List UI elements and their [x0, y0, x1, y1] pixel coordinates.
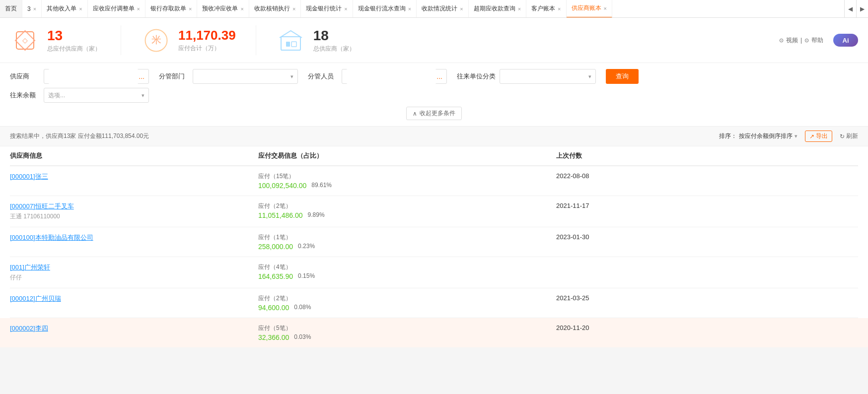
category-select[interactable]: ▾: [500, 69, 596, 84]
nav-arrows: ◀ ▶: [844, 0, 868, 18]
supplier-dots-icon[interactable]: ...: [139, 72, 145, 80]
ai-label: Ai: [843, 37, 849, 44]
tx-info: 应付（15笔） 100,092,540.00 89.61%: [258, 172, 556, 190]
nav-next-arrow[interactable]: ▶: [856, 0, 868, 18]
nav-home[interactable]: 首页: [0, 0, 22, 18]
tx-info: 应付（5笔） 32,366.00 0.03%: [258, 324, 556, 341]
last-pay-date: 2021-03-25: [556, 294, 858, 302]
svg-text:米: 米: [151, 34, 161, 45]
dept-select[interactable]: ▾: [193, 69, 298, 84]
supplier-link[interactable]: [001]广州荣轩: [10, 263, 50, 271]
person-input[interactable]: [346, 69, 436, 84]
table-row: [000007]恒旺二手叉车 王通 17106110000 应付（2笔） 11,…: [10, 196, 858, 227]
video-link[interactable]: 视频: [786, 36, 798, 45]
filter-balance: 往来余额 选项... ▾: [10, 88, 149, 103]
nav-cash-flow-query[interactable]: 现金银行流水查询 ×: [353, 0, 417, 18]
col-header-lastpay: 上次付数: [556, 151, 858, 160]
nav-ar-ap-adjust[interactable]: 应收应付调整单 ×: [88, 0, 145, 18]
results-bar: 搜索结果中，供应商13家 应付金额111,703,854.00元 排序： 按应付…: [0, 127, 868, 146]
supplier-link[interactable]: [000007]恒旺二手叉车: [10, 202, 74, 210]
supplier-link[interactable]: [000002]李四: [10, 325, 48, 332]
filter-row-1: 供应商 ... 分管部门 ▾ 分管人员 ... 往来单位分类: [10, 69, 858, 84]
close-icon[interactable]: ×: [518, 6, 521, 12]
close-icon[interactable]: ×: [240, 6, 243, 12]
help-links: ⊙ 视频 | ⊙ 帮助 Ai: [779, 34, 858, 47]
search-button[interactable]: 查询: [606, 69, 639, 84]
nav-customer-ledger[interactable]: 客户账本 ×: [526, 0, 566, 18]
close-icon[interactable]: ×: [344, 6, 347, 12]
refresh-button[interactable]: ↻ 刷新: [840, 132, 858, 140]
summary-info-payable-total: 11,170.39 应付合计（万）: [178, 28, 236, 53]
supplier-link[interactable]: [000001]张三: [10, 173, 48, 180]
summary-bar: ◇ 13 总应付供应商（家） 米 11,170.39 应付合计（万）: [0, 18, 868, 63]
help-link[interactable]: 帮助: [811, 36, 823, 45]
supplier-info: [000012]广州贝瑞: [10, 294, 258, 303]
filter-supplier: 供应商 ...: [10, 69, 149, 84]
nav-tab-3[interactable]: 3 ×: [22, 0, 42, 18]
balance-select[interactable]: 选项... ▾: [44, 88, 149, 103]
last-pay-date: 2022-08-08: [556, 172, 858, 180]
summary-card-total-suppliers: 18 总供应商（家）: [276, 25, 375, 55]
table-row: [001]广州荣轩 仔仔 应付（4笔） 164,635.90 0.15%: [10, 257, 858, 288]
nav-supplier-ledger[interactable]: 供应商账本 ×: [567, 0, 612, 18]
close-icon[interactable]: ×: [79, 6, 82, 12]
payable-suppliers-label: 总应付供应商（家）: [47, 45, 101, 53]
chevron-down-icon: ▾: [142, 92, 145, 99]
close-icon[interactable]: ×: [460, 6, 463, 12]
svg-text:◇: ◇: [22, 36, 28, 44]
tx-info: 应付（4笔） 164,635.90 0.15%: [258, 263, 556, 280]
ai-button[interactable]: Ai: [833, 34, 858, 47]
last-pay-date: 2021-11-17: [556, 202, 858, 209]
store-icon: [276, 25, 306, 55]
total-suppliers-label: 总供应商（家）: [313, 45, 355, 53]
supplier-info: [000001]张三: [10, 172, 258, 181]
balance-label: 往来余额: [10, 91, 40, 100]
sort-select[interactable]: 排序： 按应付余额倒序排序 ▾: [719, 132, 797, 140]
payable-total-label: 应付合计（万）: [178, 44, 236, 53]
results-summary: 搜索结果中，供应商13家 应付金额111,703,854.00元: [10, 132, 149, 140]
top-navigation: 首页 3 × 其他收入单 × 应收应付调整单 × 银行存取款单 × 预收冲应收单…: [0, 0, 868, 18]
nav-other-income[interactable]: 其他收入单 ×: [42, 0, 87, 18]
svg-rect-5: [286, 42, 290, 47]
close-icon[interactable]: ×: [292, 6, 295, 12]
filter-person: 分管人员 ...: [308, 69, 447, 84]
col-header-supplier: 供应商信息: [10, 151, 258, 160]
table-row: [000002]李四 应付（5笔） 32,366.00 0.03% 2020-1…: [0, 318, 868, 347]
table-row: [000012]广州贝瑞 应付（2笔） 94,600.00 0.08% 2021…: [10, 288, 858, 318]
close-icon[interactable]: ×: [558, 6, 561, 12]
supplier-link[interactable]: [000100]本特勤油品有限公司: [10, 234, 93, 241]
nav-bank-deposit[interactable]: 银行存取款单 ×: [145, 0, 197, 18]
summary-card-payable-total: 米 11,170.39 应付合计（万）: [141, 25, 256, 55]
table-row: [000100]本特勤油品有限公司 应付（1笔） 258,000.00 0.23…: [10, 227, 858, 257]
collapse-button[interactable]: ∧ 收起更多条件: [406, 107, 462, 120]
close-icon[interactable]: ×: [137, 6, 140, 12]
payable-suppliers-count: 13: [47, 27, 101, 44]
table-row: [000001]张三 应付（15笔） 100,092,540.00 89.61%…: [10, 166, 858, 196]
nav-prev-arrow[interactable]: ◀: [844, 0, 856, 18]
supplier-link[interactable]: [000012]广州贝瑞: [10, 295, 61, 302]
tx-info: 应付（1笔） 258,000.00 0.23%: [258, 233, 556, 251]
close-icon[interactable]: ×: [604, 5, 607, 11]
person-dots-icon[interactable]: ...: [436, 72, 442, 80]
data-table: 供应商信息 应付交易信息（占比） 上次付数 [000001]张三 应付（15笔）…: [0, 146, 868, 347]
filter-category: 往来单位分类 ▾: [457, 69, 596, 84]
last-pay-date: 2020-11-20: [556, 324, 858, 331]
supplier-info: [000100]本特勤油品有限公司: [10, 233, 258, 242]
rice-icon: 米: [141, 25, 171, 55]
svg-rect-4: [281, 37, 300, 50]
close-icon[interactable]: ×: [408, 6, 411, 12]
close-icon[interactable]: ×: [189, 6, 192, 12]
chevron-up-icon: ∧: [413, 110, 417, 117]
nav-overdue-ar[interactable]: 超期应收款查询 ×: [469, 0, 526, 18]
nav-prepay-offset[interactable]: 预收冲应收单 ×: [197, 0, 249, 18]
summary-info-total-suppliers: 18 总供应商（家）: [313, 27, 355, 54]
close-icon[interactable]: ×: [33, 6, 36, 12]
supplier-input[interactable]: [48, 69, 139, 84]
diamond-icon: ◇: [10, 25, 40, 55]
nav-cash-bank-stat[interactable]: 现金银行统计 ×: [301, 0, 353, 18]
nav-receipt-exec[interactable]: 收款核销执行 ×: [249, 0, 301, 18]
filter-area: 供应商 ... 分管部门 ▾ 分管人员 ... 往来单位分类: [0, 63, 868, 127]
export-button[interactable]: ↗ 导出: [805, 131, 832, 142]
circle-icon2: ⊙: [804, 37, 809, 44]
nav-receipt-stat[interactable]: 收款情况统计 ×: [417, 0, 468, 18]
